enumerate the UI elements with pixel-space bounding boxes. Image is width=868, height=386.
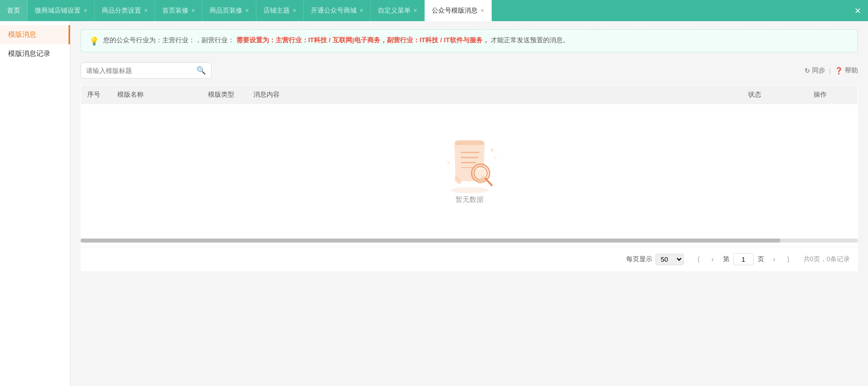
- notice-highlight: 需要设置为：主营行业：IT科技 / 互联网|电子商务，副营行业：IT科技 / I…: [236, 36, 489, 44]
- svg-point-8: [491, 148, 494, 151]
- toolbar-right: ↻ 同步 | ❓ 帮助: [805, 66, 858, 75]
- scroll-track[interactable]: [81, 239, 858, 243]
- refresh-icon: ↻: [805, 67, 810, 74]
- help-button[interactable]: ❓ 帮助: [835, 66, 858, 75]
- close-tab-store-theme-icon[interactable]: ×: [293, 7, 296, 14]
- svg-point-10: [447, 162, 449, 164]
- col-header-name: 模版名称: [111, 85, 202, 105]
- col-header-content: 消息内容: [247, 85, 742, 105]
- svg-line-7: [486, 179, 492, 185]
- nav-tab-product-deco[interactable]: 商品页装修 ×: [203, 0, 256, 21]
- close-tab-custom-menu-icon[interactable]: ×: [414, 7, 417, 14]
- horizontal-scrollbar[interactable]: [81, 235, 858, 247]
- top-nav: 首页 微商城店铺设置 × 商品分类设置 × 首页装修 × 商品页装修 × 店铺主…: [0, 0, 868, 21]
- sidebar: 模版消息 模版消息记录: [0, 21, 71, 386]
- page-nav: ⟨ ‹ 第 页 › ⟩: [693, 253, 794, 265]
- help-icon: ❓: [835, 67, 843, 74]
- close-tab-wshop-icon[interactable]: ×: [84, 7, 87, 14]
- empty-illustration: [439, 135, 500, 195]
- main-layout: 模版消息 模版消息记录 💡 您的公众号行业为：主营行业：，副营行业： 需要设置为…: [0, 21, 868, 386]
- next-page-button[interactable]: ›: [768, 253, 780, 265]
- empty-state: 暂无数据: [81, 105, 858, 235]
- scroll-thumb[interactable]: [81, 239, 780, 243]
- col-header-status: 状态: [742, 85, 808, 105]
- close-tab-home-deco-icon[interactable]: ×: [191, 7, 195, 14]
- svg-point-9: [495, 157, 497, 159]
- data-table: 序号 模版名称 模版类型 消息内容 状态: [81, 85, 858, 105]
- sync-button[interactable]: ↻ 同步: [805, 66, 825, 75]
- nav-tab-template-msg[interactable]: 公众号模版消息 ×: [425, 0, 492, 21]
- empty-text: 暂无数据: [455, 195, 484, 204]
- pagination-bar: 每页显示 50 10 20 100 ⟨ ‹ 第 页 › ⟩ 共0页，0条记录: [81, 247, 858, 271]
- close-all-tabs-button[interactable]: ✕: [847, 6, 868, 16]
- close-tab-product-deco-icon[interactable]: ×: [245, 7, 249, 14]
- table-container: 序号 模版名称 模版类型 消息内容 状态: [81, 85, 858, 247]
- search-input-wrap: 🔍: [81, 62, 212, 79]
- nav-tab-wshop[interactable]: 微商城店铺设置 ×: [28, 0, 95, 21]
- svg-point-6: [474, 167, 487, 180]
- close-tab-category-icon[interactable]: ×: [144, 7, 148, 14]
- last-page-button[interactable]: ⟩: [782, 253, 794, 265]
- search-bar: 🔍 ↻ 同步 | ❓ 帮助: [81, 62, 858, 79]
- nav-tab-home-deco[interactable]: 首页装修 ×: [155, 0, 203, 21]
- page-label: 第: [723, 255, 729, 264]
- notice-icon: 💡: [89, 36, 99, 46]
- page-unit: 页: [758, 255, 764, 264]
- page-input[interactable]: [733, 253, 754, 265]
- page-size-dropdown[interactable]: 50 10 20 100: [655, 254, 684, 265]
- close-tab-open-mall-icon[interactable]: ×: [360, 7, 363, 14]
- search-input[interactable]: [86, 67, 196, 74]
- first-page-button[interactable]: ⟨: [693, 253, 705, 265]
- sidebar-item-template-msg[interactable]: 模版消息: [0, 25, 70, 44]
- notice-box: 💡 您的公众号行业为：主营行业：，副营行业： 需要设置为：主营行业：IT科技 /…: [81, 29, 858, 52]
- total-info: 共0页，0条记录: [804, 255, 850, 264]
- nav-tab-open-mall[interactable]: 开通公众号商城 ×: [304, 0, 371, 21]
- toolbar-divider: |: [829, 67, 831, 74]
- prev-page-button[interactable]: ‹: [707, 253, 719, 265]
- notice-text: 您的公众号行业为：主营行业：，副营行业： 需要设置为：主营行业：IT科技 / 互…: [103, 36, 569, 45]
- col-header-index: 序号: [81, 85, 111, 105]
- col-header-type: 模版类型: [202, 85, 247, 105]
- col-header-action: 操作: [808, 85, 858, 105]
- search-button[interactable]: 🔍: [196, 66, 206, 75]
- nav-tab-category[interactable]: 商品分类设置 ×: [95, 0, 155, 21]
- nav-tab-store-theme[interactable]: 店铺主题 ×: [256, 0, 304, 21]
- content-area: 💡 您的公众号行业为：主营行业：，副营行业： 需要设置为：主营行业：IT科技 /…: [71, 21, 868, 386]
- sidebar-item-template-record[interactable]: 模版消息记录: [0, 44, 70, 63]
- close-tab-template-msg-icon[interactable]: ×: [481, 7, 484, 14]
- nav-tab-home[interactable]: 首页: [0, 0, 28, 21]
- page-size-select: 每页显示 50 10 20 100: [626, 254, 684, 265]
- svg-point-0: [450, 187, 489, 193]
- nav-tab-custom-menu[interactable]: 自定义菜单 ×: [371, 0, 425, 21]
